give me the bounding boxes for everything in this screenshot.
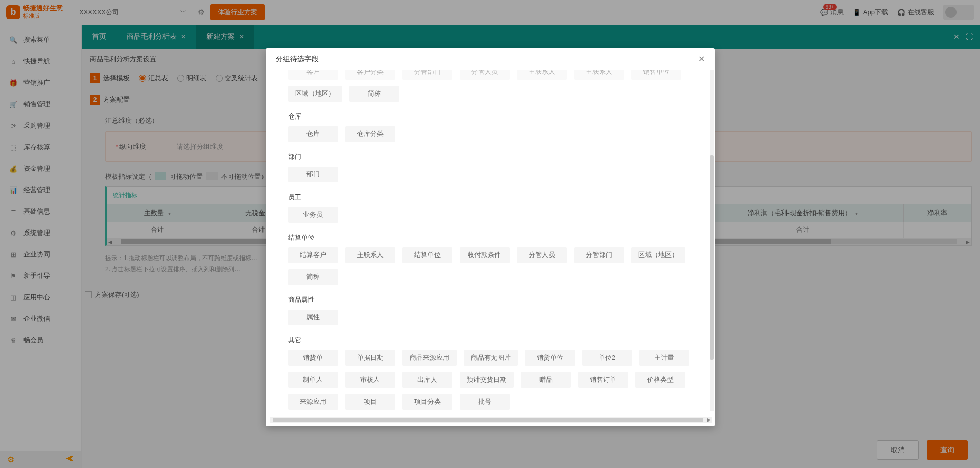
field-chip[interactable]: 结算客户 xyxy=(288,247,338,263)
field-chip[interactable]: 项目 xyxy=(345,394,395,410)
scroll-thumb[interactable] xyxy=(710,155,714,360)
scroll-right-icon[interactable]: ▶ xyxy=(707,417,711,423)
field-chip[interactable]: 商品来源应用 xyxy=(402,350,457,366)
field-chip[interactable]: 制单人 xyxy=(288,372,338,388)
field-chip[interactable]: 简称 xyxy=(288,269,338,285)
modal-horizontal-scrollbar[interactable]: ▶ xyxy=(270,417,712,423)
group-dept: 部门 xyxy=(288,152,701,161)
modal-vertical-scrollbar[interactable] xyxy=(710,70,714,411)
field-chips-warehouse: 仓库 仓库分类 xyxy=(288,126,701,142)
field-chip[interactable]: 销售订单 xyxy=(578,372,628,388)
field-chip[interactable]: 分管部门 xyxy=(402,70,452,80)
field-chip[interactable]: 部门 xyxy=(288,167,338,182)
field-chip[interactable]: 属性 xyxy=(288,310,338,325)
field-chips-dept: 部门 xyxy=(288,167,701,182)
field-chip[interactable]: 分管部门 xyxy=(574,247,624,263)
field-chip[interactable]: 销售单位 xyxy=(631,70,681,80)
field-selector-modal: 分组待选字段 ✕ 客户 客户分类 分管部门 分管人员 主联系人 主联系人 销售单… xyxy=(266,48,715,426)
scroll-thumb[interactable] xyxy=(273,418,703,422)
field-chip[interactable]: 主联系人 xyxy=(517,70,567,80)
field-chip[interactable]: 分管人员 xyxy=(517,247,567,263)
field-chip[interactable]: 销货单 xyxy=(288,350,338,366)
field-chip[interactable]: 客户 xyxy=(288,70,338,80)
field-chips-other-2: 制单人 审核人 出库人 预计交货日期 赠品 销售订单 价格类型 xyxy=(288,372,701,388)
group-attr: 商品属性 xyxy=(288,295,701,305)
field-chip[interactable]: 审核人 xyxy=(345,372,395,388)
field-chips-attr: 属性 xyxy=(288,310,701,325)
field-chip[interactable]: 区域（地区） xyxy=(631,247,685,263)
field-chip[interactable]: 业务员 xyxy=(288,207,338,223)
modal-body: 客户 客户分类 分管部门 分管人员 主联系人 主联系人 销售单位 区域（地区） … xyxy=(266,70,715,415)
field-chip[interactable]: 商品有无图片 xyxy=(464,350,518,366)
field-chip[interactable]: 仓库 xyxy=(288,126,338,142)
field-chip[interactable]: 主联系人 xyxy=(574,70,624,80)
field-chip[interactable]: 批号 xyxy=(460,394,510,410)
field-chip[interactable]: 区域（地区） xyxy=(288,86,342,102)
field-chips-other-3: 来源应用 项目 项目分类 批号 xyxy=(288,394,701,410)
partial-top-row: 客户 客户分类 分管部门 分管人员 主联系人 主联系人 销售单位 xyxy=(288,70,701,80)
field-chip[interactable]: 项目分类 xyxy=(402,394,452,410)
field-chip[interactable]: 收付款条件 xyxy=(460,247,510,263)
field-chip[interactable]: 单位2 xyxy=(582,350,632,366)
field-chip[interactable]: 主联系人 xyxy=(345,247,395,263)
field-chip[interactable]: 简称 xyxy=(349,86,399,102)
group-settle: 结算单位 xyxy=(288,233,701,242)
field-chip[interactable]: 结算单位 xyxy=(402,247,452,263)
field-chip[interactable]: 来源应用 xyxy=(288,394,338,410)
field-chips-employee: 业务员 xyxy=(288,207,701,223)
modal-title: 分组待选字段 xyxy=(276,55,319,64)
modal-overlay[interactable]: 分组待选字段 ✕ 客户 客户分类 分管部门 分管人员 主联系人 主联系人 销售单… xyxy=(0,0,980,468)
field-chips-other-1: 销货单 单据日期 商品来源应用 商品有无图片 销货单位 单位2 主计量 xyxy=(288,350,701,366)
field-chip[interactable]: 仓库分类 xyxy=(345,126,395,142)
group-warehouse: 仓库 xyxy=(288,112,701,121)
group-other: 其它 xyxy=(288,336,701,345)
field-chip[interactable]: 预计交货日期 xyxy=(460,372,514,388)
close-icon[interactable]: ✕ xyxy=(698,54,705,64)
field-chip[interactable]: 销货单位 xyxy=(525,350,575,366)
field-chips-row: 区域（地区） 简称 xyxy=(288,86,701,102)
field-chip[interactable]: 主计量 xyxy=(639,350,689,366)
group-employee: 员工 xyxy=(288,193,701,202)
field-chip[interactable]: 价格类型 xyxy=(635,372,685,388)
field-chip[interactable]: 赠品 xyxy=(521,372,571,388)
field-chips-settle-2: 简称 xyxy=(288,269,701,285)
modal-header: 分组待选字段 ✕ xyxy=(266,48,715,70)
field-chip[interactable]: 分管人员 xyxy=(460,70,510,80)
field-chip[interactable]: 出库人 xyxy=(402,372,452,388)
field-chip[interactable]: 客户分类 xyxy=(345,70,395,80)
field-chips-settle: 结算客户 主联系人 结算单位 收付款条件 分管人员 分管部门 区域（地区） xyxy=(288,247,701,263)
field-chip[interactable]: 单据日期 xyxy=(345,350,395,366)
